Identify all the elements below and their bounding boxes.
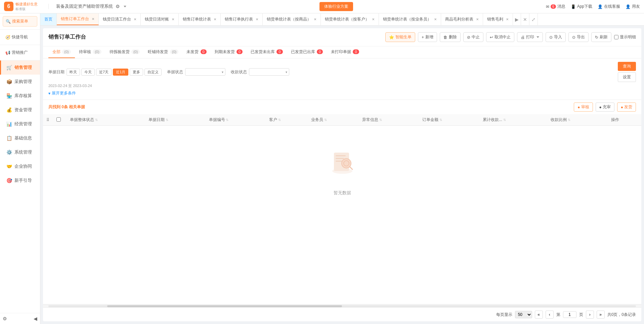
col-customer[interactable]: 客户 <box>266 114 308 126</box>
sidebar-collapse-icon[interactable]: ◀ <box>34 316 37 321</box>
sidebar: 🔍 搜索菜单 🧭 快捷导航 📢 营销推广 🛒 销售管理 <box>0 13 40 324</box>
filter-date-7days[interactable]: 近7天 <box>96 69 112 76</box>
col-status[interactable]: 单据整体状态 <box>67 114 145 126</box>
tab-sales-stats[interactable]: 销售订单统计表 ✕ <box>179 13 221 25</box>
tab-product-margin[interactable]: 商品毛利分析表 ✕ <box>441 13 483 25</box>
tab-more-btn[interactable]: ▶ <box>513 13 521 25</box>
sidebar-item-sales[interactable]: 🛒 销售管理 <box>0 60 40 75</box>
sidebar-item-operations[interactable]: 📊 经营管理 <box>0 117 40 131</box>
export-icon: ⊙ <box>572 35 575 40</box>
tab-sales-stat-staff-close[interactable]: ✕ <box>434 17 437 21</box>
filter-settings-btn[interactable]: 设置 <box>618 72 636 82</box>
tab-sales-workbench-close[interactable]: ✕ <box>92 17 94 21</box>
filter-expand-btn[interactable]: ▾ 展开更多条件 <box>48 90 636 96</box>
message-label: 消息 <box>557 4 565 9</box>
tab-cash-daily-close[interactable]: ✕ <box>134 17 136 21</box>
filter-date-custom[interactable]: 自定义 <box>144 69 162 76</box>
sub-tab-all[interactable]: 全部 (0) <box>48 46 75 58</box>
cancel-stop-btn[interactable]: ↩ 取消中止 <box>486 32 514 42</box>
tab-sales-stat-staff[interactable]: 销货单统计表（按业务员） ✕ <box>379 13 441 25</box>
message-btn[interactable]: ✉ 6 消息 <box>546 4 565 9</box>
query-btn[interactable]: 查询 <box>618 62 636 71</box>
tab-sales-workbench[interactable]: 销售订单工作台 ✕ <box>57 13 99 25</box>
tab-sales-stat-product-close[interactable]: ✕ <box>314 17 316 21</box>
sub-tab-wangpu[interactable]: 旺铺待发货 (0) <box>144 46 182 58</box>
filter-date-yesterday[interactable]: 昨天 <box>67 69 80 76</box>
tab-sales-profit-close[interactable]: ✕ <box>506 17 509 21</box>
scroll-bar-thumb[interactable] <box>107 305 342 307</box>
filter-date-today[interactable]: 今天 <box>81 69 95 76</box>
user-btn[interactable]: 👤 用友 <box>626 4 640 9</box>
smart-create-btn[interactable]: ⭐ 智能生单 <box>385 32 415 42</box>
sidebar-item-inventory[interactable]: 🏪 库存核算 <box>0 89 40 103</box>
sub-tab-shipped-not-out[interactable]: 已发货未出库 0 <box>247 46 287 58</box>
sub-tab-expired-not-shipped[interactable]: 到期未发货 0 <box>211 46 247 58</box>
sub-tab-pending-inspect[interactable]: 待拣验发货 (0) <box>105 46 144 58</box>
tab-sales-profit[interactable]: 销售毛利 ✕ <box>483 13 513 25</box>
sub-tab-pending-review[interactable]: 待审核 (0) <box>75 46 105 58</box>
stop-btn[interactable]: ⊘ 中止 <box>463 32 483 42</box>
select-all-checkbox[interactable] <box>56 117 61 122</box>
col-date[interactable]: 单据日期 <box>145 114 205 126</box>
next-page-btn[interactable]: › <box>586 311 594 319</box>
sidebar-item-purchase[interactable]: 📦 采购管理 <box>0 75 40 89</box>
tab-sales-stats-close[interactable]: ✕ <box>214 17 216 21</box>
tab-sales-stat-product[interactable]: 销货单统计表（按商品） ✕ <box>263 13 321 25</box>
prev-page-btn[interactable]: ‹ <box>546 311 554 319</box>
export-btn[interactable]: ⊙ 导出 <box>568 32 589 42</box>
last-page-btn[interactable]: » <box>597 311 605 319</box>
promo-btn[interactable]: 📢 营销推广 <box>3 48 37 57</box>
import-btn[interactable]: ⊙ 导入 <box>546 32 566 42</box>
refresh-btn[interactable]: ↻ 刷新 <box>591 32 611 42</box>
show-detail-checkbox[interactable] <box>614 35 618 39</box>
sidebar-item-system[interactable]: ⚙️ 系统管理 <box>0 145 40 159</box>
svg-rect-3 <box>336 158 344 159</box>
filter-collection-select[interactable] <box>249 68 289 76</box>
sidebar-item-finance[interactable]: 💰 资金管理 <box>0 103 40 117</box>
tab-cash-reconcile[interactable]: 钱货日清对账 ✕ <box>141 13 179 25</box>
first-page-btn[interactable]: « <box>535 311 543 319</box>
app-download-btn[interactable]: 📱 App下载 <box>571 4 592 9</box>
filter-date-1month[interactable]: 近1月 <box>113 69 128 76</box>
review-btn[interactable]: ● 审核 <box>574 103 593 112</box>
tab-home[interactable]: 首页 <box>40 13 57 25</box>
print-btn[interactable]: 🖨 打印 <box>517 32 543 42</box>
tab-close-all-btn[interactable]: ✕ <box>521 13 529 25</box>
quick-nav-btn[interactable]: 🧭 快捷导航 <box>3 32 37 42</box>
system-dropdown-icon[interactable] <box>124 6 126 7</box>
cancel-review-btn[interactable]: ● 充审 <box>596 103 614 112</box>
ship-btn[interactable]: ● 发货 <box>617 103 636 112</box>
add-btn[interactable]: + 新增 <box>418 32 437 42</box>
sidebar-item-guide[interactable]: 🎯 新手引导 <box>0 173 40 188</box>
page-input[interactable] <box>563 311 576 318</box>
sidebar-item-enterprise[interactable]: 🤝 企业协同 <box>0 159 40 173</box>
experience-btn[interactable]: 体验行业方案 <box>319 2 353 11</box>
delete-btn[interactable]: 🗑 删除 <box>440 32 461 42</box>
sidebar-item-basic[interactable]: 📋 基础信息 <box>0 131 40 145</box>
tab-cash-daily[interactable]: 钱货日清工作台 ✕ <box>99 13 141 25</box>
sub-tab-not-shipped[interactable]: 未发货 0 <box>182 46 210 58</box>
filter-status-select[interactable] <box>185 68 225 76</box>
col-number[interactable]: 单据编号 <box>206 114 266 126</box>
tab-fullscreen-btn[interactable]: ⤢ <box>529 13 538 25</box>
page-size-select[interactable]: 10 20 50 100 <box>515 311 532 318</box>
sub-tab-not-printed[interactable]: 未打印单据 0 <box>327 46 363 58</box>
tab-sales-exec[interactable]: 销售订单执行表 ✕ <box>221 13 263 25</box>
filter-date-label: 单据日期 <box>48 69 65 75</box>
col-amount[interactable]: 订单金额 <box>419 114 479 126</box>
tab-sales-exec-close[interactable]: ✕ <box>256 17 258 21</box>
tab-sales-stat-customer-close[interactable]: ✕ <box>372 17 375 21</box>
sidebar-search-btn[interactable]: 🔍 搜索菜单 <box>3 16 37 27</box>
tab-cash-reconcile-close[interactable]: ✕ <box>172 17 174 21</box>
col-staff[interactable]: 业务员 <box>308 114 359 126</box>
system-settings-icon[interactable]: ⚙ <box>116 4 120 9</box>
sub-tab-shipped-out[interactable]: 已发货已出库 0 <box>287 46 327 58</box>
col-ratio[interactable]: 收款比例 <box>547 114 607 126</box>
col-collected[interactable]: 累计收款... <box>479 114 547 126</box>
online-service-btn[interactable]: 👤 在线客服 <box>598 4 620 9</box>
col-exception[interactable]: 异常信息 <box>359 114 419 126</box>
tab-product-margin-close[interactable]: ✕ <box>476 17 479 21</box>
filter-date-more[interactable]: 更多 <box>130 69 143 76</box>
tab-sales-stat-customer[interactable]: 销货单统计表（按客户） ✕ <box>321 13 379 25</box>
sidebar-settings-icon[interactable]: ⚙ <box>3 316 7 321</box>
